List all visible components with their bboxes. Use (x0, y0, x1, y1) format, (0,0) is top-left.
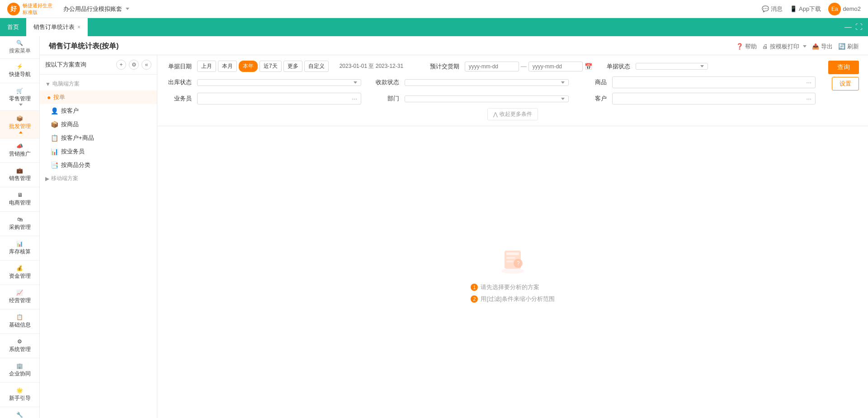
customer-label: 客户 (581, 95, 607, 103)
ecommerce-icon: 🖥 (17, 192, 23, 198)
retail-icon: 🛒 (16, 88, 23, 94)
add-scheme-button[interactable]: + (116, 60, 126, 70)
collapse-filter-button[interactable]: ⋀ 收起更多条件 (487, 108, 538, 120)
sidebar-item-appstore[interactable]: 🔧 应用中心 (0, 407, 39, 418)
right-panel: 单据日期 上月 本月 本年 近7天 更多 自定义 (157, 55, 868, 418)
tree-node-by-order[interactable]: ● 按单 (40, 90, 157, 104)
tree-node-by-category[interactable]: 📑 按商品分类 (40, 158, 157, 172)
settings-scheme-button[interactable]: ⚙ (129, 60, 139, 70)
help-button[interactable]: ❓ 帮助 (736, 43, 757, 51)
sidebar-item-purchase[interactable]: 🛍 采购管理 (0, 212, 39, 236)
more-button[interactable]: 更多 (283, 61, 302, 72)
this-year-button[interactable]: 本年 (239, 61, 258, 72)
filter-row-2: 出库状态 收款状态 商品 (166, 76, 816, 88)
sidebar-item-quick-nav[interactable]: ⚡ 快捷导航 (0, 59, 39, 83)
filter-row-3: 业务员 ··· 部门 客户 (166, 93, 816, 104)
print-button[interactable]: 🖨 按模板打印 (762, 43, 807, 51)
date-separator: — (521, 63, 527, 70)
tabbar: 首页 销售订单统计表 × — ⛶ (0, 18, 868, 36)
topbar: 好 畅捷通好生意 标准版 办公用品行业模拟账套 💬 消息 📱 App下载 Ea … (0, 0, 868, 18)
sidebar-item-basic[interactable]: 📋 基础信息 (0, 309, 39, 334)
department-select[interactable] (405, 95, 569, 102)
empty-state: ? 1 请先选择要分析的方案 2 用[过滤]条件来缩小分析范围 (471, 242, 554, 303)
user-menu[interactable]: Ea demo2 (828, 3, 861, 15)
refresh-icon: 🔄 (838, 43, 845, 50)
tree-group-mobile[interactable]: ▶ 移动端方案 (40, 172, 157, 185)
person-icon: 👤 (51, 107, 58, 114)
sidebar-item-enterprise[interactable]: 🏢 企业协同 (0, 358, 39, 383)
app-selector[interactable]: 办公用品行业模拟账套 (63, 5, 129, 13)
sidebar-item-system[interactable]: ⚙ 系统管理 (0, 334, 39, 358)
calendar-icon[interactable]: 📅 (585, 63, 592, 70)
data-area: ? 1 请先选择要分析的方案 2 用[过滤]条件来缩小分析范围 (157, 126, 868, 418)
tree-node-by-customer-product[interactable]: 📋 按客户+商品 (40, 131, 157, 145)
finance-icon: 💰 (16, 265, 23, 271)
sidebar-item-wholesale[interactable]: 📦 批发管理 (0, 111, 39, 138)
operations-icon: 📈 (16, 290, 23, 296)
page-actions: ❓ 帮助 🖨 按模板打印 📤 导出 🔄 刷新 (736, 43, 859, 51)
expected-date-start[interactable] (465, 62, 519, 71)
salesperson-input[interactable]: ··· (197, 93, 361, 104)
appstore-icon: 🔧 (16, 412, 23, 418)
empty-tip-2: 2 用[过滤]条件来缩小分析范围 (471, 295, 554, 303)
sidebar-item-finance[interactable]: 💰 资金管理 (0, 261, 39, 285)
sales-icon: 💼 (16, 167, 23, 174)
tree-node-by-customer[interactable]: 👤 按客户 (40, 104, 157, 118)
collapse-icon: ⋀ (493, 111, 498, 118)
product-icon: 📦 (51, 121, 58, 128)
sidebar-item-retail[interactable]: 🛒 零售管理 (0, 83, 39, 111)
custom-button[interactable]: 自定义 (304, 61, 329, 72)
app-download-button[interactable]: 📱 App下载 (790, 5, 821, 13)
order-status-chevron-icon (700, 65, 704, 67)
expected-date-end[interactable] (528, 62, 583, 71)
export-button[interactable]: 📤 导出 (812, 43, 833, 51)
avatar: Ea (828, 3, 841, 15)
order-status-select[interactable] (636, 63, 708, 70)
customer-product-icon: 📋 (51, 134, 58, 142)
tree-group-pc[interactable]: ▼ 电脑端方案 (40, 77, 157, 90)
tab-home[interactable]: 首页 (0, 18, 26, 36)
collapse-panel-button[interactable]: « (142, 60, 151, 70)
refresh-button[interactable]: 🔄 刷新 (838, 43, 859, 51)
date-label: 单据日期 (166, 62, 192, 71)
sidebar-item-sales[interactable]: 💼 销售管理 (0, 163, 39, 187)
sidebar-item-inventory[interactable]: 📊 库存核算 (0, 236, 39, 261)
this-month-button[interactable]: 本月 (218, 61, 237, 72)
svg-rect-3 (506, 257, 515, 259)
left-panel-header: 按以下方案查询 + ⚙ « (40, 55, 157, 75)
customer-input[interactable]: ··· (612, 93, 816, 104)
tree-node-by-salesperson[interactable]: 📊 按业务员 (40, 145, 157, 158)
sidebar-item-marketing[interactable]: 📣 营销推广 (0, 138, 39, 163)
delivery-status-label: 出库状态 (166, 78, 192, 86)
btn-group-right: 查询 设置 (821, 61, 859, 90)
sidebar-item-operations[interactable]: 📈 经营管理 (0, 285, 39, 309)
minimize-button[interactable]: — (844, 23, 852, 31)
sidebar-search[interactable]: 🔍 搜索菜单 (0, 36, 39, 59)
tree-node-by-product[interactable]: 📦 按商品 (40, 118, 157, 131)
purchase-icon: 🛍 (17, 216, 23, 223)
tab-close-icon[interactable]: × (77, 24, 80, 30)
svg-point-0 (501, 268, 524, 274)
message-button[interactable]: 💬 消息 (762, 5, 783, 13)
date-range-display (336, 62, 417, 71)
marketing-icon: 📣 (16, 143, 23, 149)
last-7-days-button[interactable]: 近7天 (259, 61, 282, 72)
product-label: 商品 (581, 78, 607, 86)
retail-expand-icon (19, 104, 23, 106)
sidebar-item-newbie[interactable]: 🌟 新手引导 (0, 383, 39, 407)
product-select[interactable]: ··· (612, 76, 816, 88)
print-chevron-icon (803, 45, 807, 48)
delivery-status-select[interactable] (197, 79, 361, 86)
search-icon: 🔍 (16, 40, 23, 46)
settings-button[interactable]: 设置 (832, 77, 859, 90)
payment-status-select[interactable] (405, 79, 569, 86)
tab-sales-stat[interactable]: 销售订单统计表 × (26, 18, 88, 36)
last-month-button[interactable]: 上月 (197, 61, 216, 72)
group-arrow-down-icon: ▼ (45, 81, 51, 87)
sidebar-item-ecommerce[interactable]: 🖥 电商管理 (0, 187, 39, 212)
main-layout: 🔍 搜索菜单 ⚡ 快捷导航 🛒 零售管理 📦 批发管理 📣 营销推广 💼 销售管… (0, 36, 868, 418)
query-button[interactable]: 查询 (828, 61, 859, 74)
left-panel-content: ▼ 电脑端方案 ● 按单 👤 按客户 📦 按商品 (40, 75, 157, 418)
message-icon: 💬 (762, 5, 769, 12)
maximize-button[interactable]: ⛶ (855, 23, 863, 31)
